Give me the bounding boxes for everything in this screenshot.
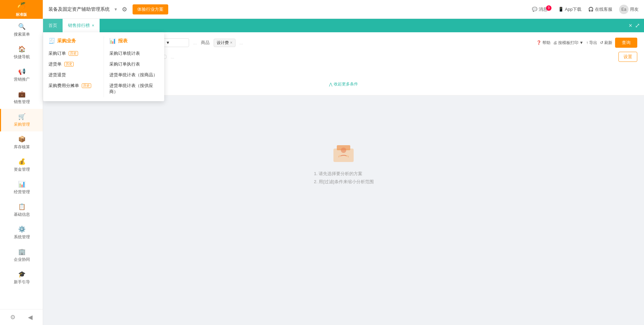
goods-dots[interactable]: ... (240, 40, 243, 45)
sidebar-logo: 🍊 标准版 (0, 0, 43, 19)
sidebar-item-label: 快捷导航 (14, 54, 30, 60)
online-service-button[interactable]: 🎧 在线客服 (588, 6, 612, 12)
order-exec-label: 采购订单执行表 (109, 61, 140, 67)
collapse-sidebar-button[interactable]: ◀ (28, 314, 33, 321)
goods-label: 商品 (201, 40, 210, 46)
collapse-up-icon: ⋀ (329, 82, 332, 87)
sidebar-item-quick-nav[interactable]: 🏠 快捷导航 (0, 41, 43, 64)
dropdown-item-return[interactable]: 进货退货 (48, 70, 98, 80)
finance-icon: 💰 (18, 158, 26, 165)
empty-illustration (327, 138, 360, 165)
app-download-label: App下载 (565, 6, 581, 12)
sidebar-item-finance[interactable]: 💰 资金管理 (0, 154, 43, 176)
salesperson-dots[interactable]: ... (171, 54, 174, 59)
logo-subtitle: 标准版 (16, 12, 27, 17)
sidebar-item-label: 资金管理 (14, 167, 30, 172)
purchase-dropdown-menu: 🧾 采购业务 采购订单 历史 进货单 历史 进货退货 采购费用分摊单 历史 📊 (43, 32, 164, 101)
refresh-icon: ↺ (600, 40, 603, 45)
purchase-icon: 🛒 (18, 113, 26, 120)
inventory-icon: 📦 (18, 135, 26, 143)
sidebar-item-label: 基础信息 (14, 212, 30, 217)
settings-button[interactable]: 设置 (618, 52, 637, 62)
sidebar-item-label: 搜索菜单 (14, 32, 30, 37)
refresh-button[interactable]: ↺ 刷新 (600, 40, 612, 46)
sidebar-item-label: 企业协同 (14, 257, 30, 262)
sidebar-item-enterprise[interactable]: 🏢 企业协同 (0, 244, 43, 267)
toolbar-right: ❓ 帮助 🖨 按模板打印 ▼ ↑ 导出 ↺ 刷新 查询 (536, 38, 637, 48)
tab-expand-icon[interactable]: ⤢ (635, 22, 640, 29)
sidebar-item-sales[interactable]: 💼 销售管理 (0, 86, 43, 109)
app-download-button[interactable]: 📱 App下载 (558, 6, 581, 12)
online-service-label: 在线客服 (595, 6, 612, 12)
marketing-icon: 📢 (18, 68, 26, 75)
sidebar-item-label: 库存核算 (14, 144, 30, 150)
topbar-settings-icon[interactable]: ⚙ (122, 6, 127, 13)
sidebar-item-system[interactable]: ⚙️ 系统管理 (0, 221, 43, 244)
sidebar-item-operations[interactable]: 📊 经营管理 (0, 176, 43, 199)
sidebar-item-label: 系统管理 (14, 234, 30, 240)
purchase-business-label: 采购业务 (57, 38, 76, 44)
report-icon: 📊 (109, 38, 116, 44)
phone-icon: 📱 (558, 7, 564, 12)
dropdown-item-incoming-by-goods[interactable]: 进货单统计表（按商品） (109, 70, 159, 80)
return-label: 进货退货 (48, 72, 66, 78)
operations-icon: 📊 (18, 180, 26, 188)
sidebar-item-inventory[interactable]: 📦 库存核算 (0, 131, 43, 154)
sidebar-item-beginner[interactable]: 🎓 新手引导 (0, 267, 43, 289)
dropdown-item-incoming-by-supplier[interactable]: 进货单统计表（按供应商） (109, 80, 159, 97)
export-button[interactable]: ↑ 导出 (586, 40, 597, 46)
basic-info-icon: 📋 (18, 203, 26, 210)
logo-icon: 🍊 (16, 2, 27, 11)
voucher-status-control[interactable]: ▼ (162, 38, 189, 47)
settings-button[interactable]: ⚙ (10, 314, 15, 321)
system-dropdown-icon[interactable]: ▼ (114, 7, 118, 12)
topbar-right: 💬 消息 9 📱 App下载 🎧 在线客服 Ea 用友 (532, 5, 639, 14)
sidebar: 🍊 标准版 🔍 搜索菜单 🏠 快捷导航 📢 营销推广 💼 销售管理 🛒 采购管理… (0, 0, 43, 325)
sidebar-item-label: 经营管理 (14, 189, 30, 195)
incoming-label: 进货单 (48, 61, 62, 67)
sidebar-item-marketing[interactable]: 📢 营销推广 (0, 64, 43, 86)
sidebar-item-search[interactable]: 🔍 搜索菜单 (0, 19, 43, 41)
dropdown-item-cost-allocation[interactable]: 采购费用分摊单 历史 (48, 80, 98, 91)
dropdown-item-order-exec[interactable]: 采购订单执行表 (109, 59, 159, 70)
dropdown-item-purchase-order[interactable]: 采购订单 历史 (48, 48, 98, 59)
report-label: 报表 (118, 38, 128, 44)
export-icon: ↑ (586, 40, 588, 45)
tab-sales-ranking[interactable]: 销售排行榜 × (63, 19, 100, 32)
empty-hints: 请先选择要分析的方案 用[过滤]条件来缩小分析范围 (313, 171, 373, 187)
tab-close-window-icon[interactable]: × (629, 22, 632, 29)
print-template-button[interactable]: ❓ 帮助 (536, 40, 550, 46)
tab-home-label: 首页 (48, 23, 57, 29)
tab-home[interactable]: 首页 (43, 19, 63, 32)
topbar: 装备及固定资产辅助管理系统 ▼ ⚙ 体验行业方案 💬 消息 9 📱 App下载 … (43, 0, 644, 19)
sidebar-item-basic-info[interactable]: 📋 基础信息 (0, 199, 43, 221)
dropdown-item-order-stats[interactable]: 采购订单统计表 (109, 48, 159, 59)
user-menu[interactable]: Ea 用友 (619, 5, 639, 14)
query-button[interactable]: 查询 (615, 38, 637, 48)
dropdown-item-incoming[interactable]: 进货单 历史 (48, 59, 98, 70)
sidebar-item-purchase[interactable]: 🛒 采购管理 (0, 109, 43, 131)
sidebar-item-label: 销售管理 (14, 99, 30, 105)
incoming-by-supplier-label: 进货单统计表（按供应商） (109, 83, 159, 95)
tab-close-icon[interactable]: × (92, 23, 94, 28)
headset-icon: 🎧 (588, 7, 594, 12)
print-icon: 🖨 (553, 40, 557, 45)
message-button[interactable]: 💬 消息 9 (532, 6, 551, 12)
purchase-order-label: 采购订单 (48, 50, 66, 56)
voucher-status-dots[interactable]: ... (193, 40, 197, 45)
username: 用友 (630, 6, 639, 12)
sidebar-item-label: 新手引导 (14, 279, 30, 285)
template-print-button[interactable]: 🖨 按模板打印 ▼ (553, 40, 583, 46)
system-icon: ⚙️ (18, 226, 26, 233)
goods-remove-icon[interactable]: × (230, 40, 232, 45)
svg-point-2 (341, 148, 346, 153)
industry-solution-button[interactable]: 体验行业方案 (133, 4, 168, 14)
cost-allocation-label: 采购费用分摊单 (48, 83, 79, 89)
home-icon: 🏠 (18, 45, 26, 53)
purchase-business-title: 🧾 采购业务 (48, 36, 98, 44)
tabbar-right: × ⤢ (629, 22, 644, 29)
collapse-label: 收起更多条件 (334, 81, 358, 87)
tabbar: 首页 销售排行榜 × × ⤢ (43, 19, 644, 32)
enterprise-icon: 🏢 (18, 248, 26, 255)
goods-filter-tag[interactable]: 设计费 × (214, 39, 236, 47)
